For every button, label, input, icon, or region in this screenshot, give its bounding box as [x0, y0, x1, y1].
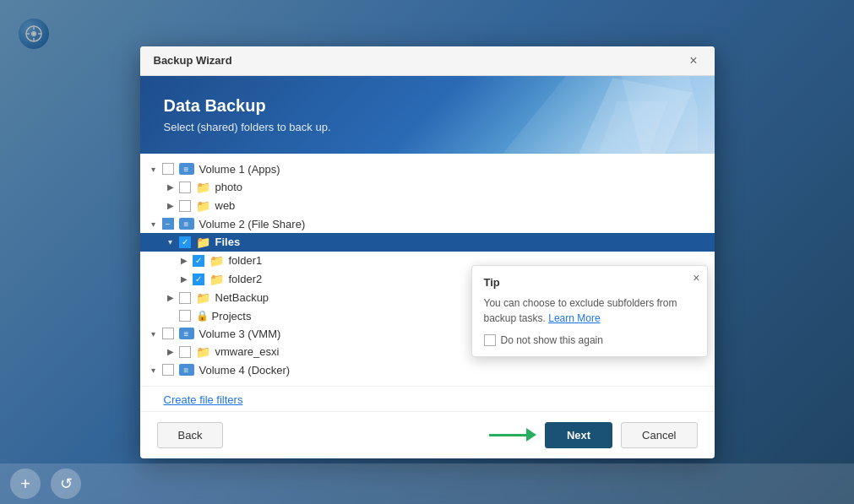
toggle-vol1[interactable]: ▾ [147, 165, 160, 174]
tip-close-button[interactable]: × [693, 271, 699, 285]
toggle-vmware[interactable]: ▶ [164, 347, 177, 356]
checkbox-folder1[interactable]: ✓ [193, 255, 204, 267]
folder-icon-folder1: 📁 [209, 254, 224, 268]
wizard-titlebar: Backup Wizard × [140, 46, 715, 76]
volume-icon-vol1 [179, 163, 194, 175]
tip-title: Tip [484, 276, 695, 289]
tree-item-files[interactable]: ▾ ✓ 📁 Files [140, 233, 715, 252]
folder-icon-photo: 📁 [196, 181, 210, 194]
wizard-footer: Back Next Cancel [140, 411, 715, 458]
arrow-line [489, 434, 526, 436]
folder-icon-web: 📁 [196, 199, 210, 213]
checkbox-vol4[interactable] [162, 364, 174, 376]
tree-item-vol4[interactable]: ▾ Volume 4 (Docker) [140, 361, 715, 379]
taskbar-add-button[interactable]: + [10, 469, 41, 499]
toggle-photo[interactable]: ▶ [164, 182, 177, 192]
folder-icon-files: 📁 [196, 236, 210, 249]
tree-item-vol2[interactable]: ▾ − Volume 2 (File Share) [140, 215, 715, 233]
titlebar-close-button[interactable]: × [686, 53, 700, 68]
wizard-window: Backup Wizard × Data Backup Select (shar… [140, 46, 715, 458]
toggle-vol4[interactable]: ▾ [147, 366, 160, 375]
volume-icon-vol4 [179, 364, 194, 376]
toggle-vol2[interactable]: ▾ [147, 219, 160, 229]
next-arrow-container [489, 428, 536, 442]
checkbox-folder2[interactable]: ✓ [193, 274, 204, 285]
create-file-filters-link[interactable]: Create file filters [140, 387, 267, 411]
checkbox-vol3[interactable] [162, 328, 174, 339]
geo-shape-1 [568, 78, 691, 154]
history-icon: ↺ [60, 474, 73, 493]
label-projects: Projects [212, 310, 252, 322]
wizard-header-title: Data Backup [164, 96, 691, 116]
label-files: Files [215, 236, 241, 248]
desktop: Backup Wizard × Data Backup Select (shar… [0, 0, 854, 504]
checkbox-netbackup[interactable] [179, 292, 191, 304]
toggle-netbackup[interactable]: ▶ [164, 293, 177, 302]
geo-shape-2 [619, 76, 697, 154]
toggle-files[interactable]: ▾ [164, 237, 177, 247]
folder-icon-netbackup: 📁 [196, 291, 210, 305]
volume-icon-vol3 [179, 328, 194, 339]
label-vmware: vmware_esxi [215, 345, 280, 358]
next-button[interactable]: Next [545, 422, 612, 448]
checkbox-files[interactable]: ✓ [179, 236, 191, 248]
volume-icon-vol2 [179, 218, 194, 230]
label-vol4: Volume 4 (Docker) [199, 364, 291, 377]
label-vol3: Volume 3 (VMM) [199, 328, 281, 340]
label-photo: photo [215, 181, 243, 193]
tree-item-web[interactable]: ▶ 📁 web [140, 197, 715, 215]
label-netbackup: NetBackup [215, 291, 269, 304]
taskbar: + ↺ [0, 463, 854, 504]
checkbox-projects[interactable] [179, 310, 191, 322]
modal-overlay: Backup Wizard × Data Backup Select (shar… [0, 0, 854, 504]
label-vol1: Volume 1 (Apps) [199, 163, 280, 176]
checkbox-web[interactable] [179, 200, 191, 212]
tip-footer: Do not show this again [484, 334, 695, 346]
tip-popup: × Tip You can choose to exclude subfolde… [471, 265, 708, 357]
wizard-header-subtitle: Select (shared) folders to back up. [164, 121, 691, 133]
checkbox-photo[interactable] [179, 182, 191, 193]
taskbar-history-button[interactable]: ↺ [51, 469, 81, 499]
tree-item-vol1[interactable]: ▾ Volume 1 (Apps) [140, 160, 715, 178]
checkbox-vmware[interactable] [179, 346, 191, 358]
learn-more-link[interactable]: Learn More [548, 312, 600, 324]
wizard-header: Data Backup Select (shared) folders to b… [140, 76, 715, 154]
label-web: web [215, 199, 236, 212]
checkbox-vol2[interactable]: − [162, 218, 174, 230]
folder-icon-vmware: 📁 [196, 345, 210, 359]
header-decoration [512, 76, 698, 154]
label-vol2: Volume 2 (File Share) [199, 218, 306, 230]
tip-text: You can choose to exclude subfolders fro… [484, 295, 695, 326]
checkbox-vol1[interactable] [162, 163, 174, 175]
folder-icon-folder2: 📁 [209, 273, 224, 286]
toggle-folder2[interactable]: ▶ [177, 274, 191, 284]
label-folder2: folder2 [229, 273, 263, 285]
wizard-body: ▾ Volume 1 (Apps) ▶ 📁 photo ▶ [140, 154, 715, 458]
tip-dont-show-checkbox[interactable] [484, 334, 496, 346]
cancel-button[interactable]: Cancel [621, 422, 697, 448]
add-icon: + [20, 474, 30, 494]
label-folder1: folder1 [229, 254, 263, 267]
toggle-folder1[interactable]: ▶ [177, 256, 191, 265]
arrow-head [526, 428, 536, 442]
lock-icon-projects: 🔒 [196, 310, 209, 322]
back-button[interactable]: Back [157, 422, 224, 448]
tree-item-photo[interactable]: ▶ 📁 photo [140, 178, 715, 197]
geo-shape-3 [592, 101, 667, 154]
wizard-window-title: Backup Wizard [154, 54, 232, 67]
toggle-vol3[interactable]: ▾ [147, 329, 160, 339]
toggle-web[interactable]: ▶ [164, 201, 177, 210]
tip-dont-show-label: Do not show this again [501, 334, 603, 346]
